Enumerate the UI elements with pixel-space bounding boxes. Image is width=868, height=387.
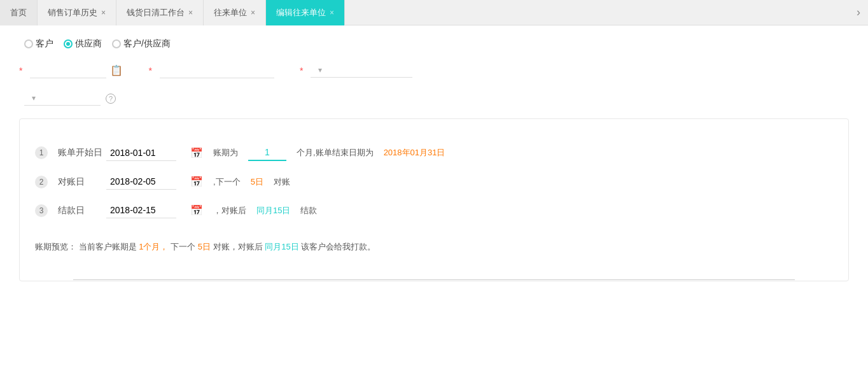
period-row-3-desc-prefix: ，对账后 bbox=[213, 205, 246, 216]
unit-code-group: * 📋 bbox=[19, 62, 123, 78]
tab-edit-partner[interactable]: 编辑往来单位× bbox=[266, 0, 345, 25]
radio-label-supplier: 供应商 bbox=[75, 38, 102, 50]
radio-both[interactable]: 客户/供应商 bbox=[112, 38, 171, 50]
unit-name-required: * bbox=[148, 66, 151, 76]
tab-close-cash-work[interactable]: × bbox=[188, 8, 193, 17]
radio-circle-customer bbox=[24, 39, 33, 48]
radio-circle-both bbox=[112, 39, 121, 48]
tab-label-partner-unit: 往来单位 bbox=[214, 7, 247, 18]
tab-partner-unit[interactable]: 往来单位× bbox=[204, 0, 266, 25]
tab-close-edit-partner[interactable]: × bbox=[330, 8, 334, 17]
period-num-3: 3 bbox=[35, 204, 48, 217]
payment-date-input[interactable] bbox=[106, 202, 176, 218]
unit-type-row: 客户 供应商 客户/供应商 bbox=[19, 38, 849, 50]
period-end-date-highlight: 2018年01月31日 bbox=[384, 147, 445, 158]
period-row-2-label: 对账日 bbox=[58, 176, 96, 188]
unit-type-radio-group: 客户 供应商 客户/供应商 bbox=[24, 38, 171, 50]
tab-close-partner-unit[interactable]: × bbox=[251, 8, 255, 17]
unit-category-chevron: ▾ bbox=[318, 66, 322, 74]
period-box: 1 账单开始日 📅 账期为 个月,账单结束日期为 2018年01月31日 2 对… bbox=[19, 118, 849, 281]
payment-condition-group: ▾ ? bbox=[19, 91, 116, 106]
payment-condition-row: ▾ ? bbox=[19, 91, 849, 106]
radio-customer[interactable]: 客户 bbox=[24, 38, 53, 50]
tab-bar: 首页销售订单历史×钱货日清工作台×往来单位×编辑往来单位×› bbox=[0, 0, 868, 25]
period-row-2: 2 对账日 📅 ,下一个 5日 对账 bbox=[35, 174, 833, 190]
tab-close-sales-history[interactable]: × bbox=[101, 8, 106, 17]
reconcile-date-input[interactable] bbox=[106, 174, 176, 190]
preview-part1: 1个月， bbox=[139, 242, 168, 251]
preview-part3: 同月15日 bbox=[265, 242, 298, 251]
reconcile-highlight: 5日 bbox=[251, 176, 263, 188]
period-row-2-desc-suffix: 对账 bbox=[274, 176, 290, 188]
payment-highlight: 同月15日 bbox=[256, 205, 290, 216]
unit-category-group: * ▾ bbox=[300, 63, 412, 78]
payment-condition-select[interactable]: ▾ bbox=[24, 91, 101, 106]
period-num-1: 1 bbox=[35, 146, 48, 159]
tab-sales-history[interactable]: 销售订单历史× bbox=[38, 0, 116, 25]
radio-circle-supplier bbox=[64, 39, 73, 48]
period-row-3-desc-suffix: 结款 bbox=[300, 205, 317, 216]
preview-part2: 5日 bbox=[198, 242, 211, 251]
period-row-1: 1 账单开始日 📅 账期为 个月,账单结束日期为 2018年01月31日 bbox=[35, 144, 833, 161]
period-row-1-desc-prefix: 账期为 bbox=[213, 147, 238, 158]
months-input[interactable] bbox=[248, 144, 286, 161]
preview-text: 账期预览： 当前客户账期是 1个月， 下一个 5日 对账，对账后 同月15日 该… bbox=[35, 241, 833, 253]
tab-label-sales-history: 销售订单历史 bbox=[48, 7, 97, 18]
preview-mid: 下一个 bbox=[171, 242, 195, 251]
preview-prefix: 当前客户账期是 bbox=[79, 242, 137, 251]
tab-home[interactable]: 首页 bbox=[0, 0, 38, 25]
unit-name-input[interactable] bbox=[160, 62, 274, 78]
page-content: 客户 供应商 客户/供应商 * 📋 * * ▾ bbox=[0, 25, 868, 387]
tab-label-edit-partner: 编辑往来单位 bbox=[276, 7, 326, 18]
period-row-1-desc-suffix: 个月,账单结束日期为 bbox=[297, 147, 374, 158]
radio-supplier[interactable]: 供应商 bbox=[64, 38, 102, 50]
tab-cash-work[interactable]: 钱货日清工作台× bbox=[116, 0, 204, 25]
period-start-date-input[interactable] bbox=[106, 145, 176, 161]
unit-category-required: * bbox=[300, 66, 303, 76]
period-row-3: 3 结款日 📅 ，对账后 同月15日 结款 bbox=[35, 202, 833, 218]
period-row-3-label: 结款日 bbox=[58, 205, 96, 216]
reconcile-cal-icon[interactable]: 📅 bbox=[190, 176, 203, 188]
unit-name-group: * bbox=[148, 62, 274, 78]
payment-cal-icon[interactable]: 📅 bbox=[190, 204, 203, 216]
tab-label-cash-work: 钱货日清工作台 bbox=[127, 7, 185, 18]
payment-condition-chevron: ▾ bbox=[32, 94, 36, 102]
help-icon[interactable]: ? bbox=[106, 94, 116, 104]
preview-label: 账期预览： bbox=[35, 242, 76, 251]
period-num-2: 2 bbox=[35, 176, 48, 188]
timeline-line bbox=[73, 279, 795, 280]
unit-type-group: 客户 供应商 客户/供应商 bbox=[19, 38, 171, 50]
period-start-cal-icon[interactable]: 📅 bbox=[190, 147, 203, 159]
unit-info-row: * 📋 * * ▾ bbox=[19, 62, 849, 78]
period-row-1-label: 账单开始日 bbox=[58, 147, 96, 158]
preview-mid2: 对账，对账后 bbox=[213, 242, 263, 251]
tab-more-button[interactable]: › bbox=[849, 6, 868, 19]
preview-section: 账期预览： 当前客户账期是 1个月， 下一个 5日 对账，对账后 同月15日 该… bbox=[35, 231, 833, 265]
radio-label-customer: 客户 bbox=[36, 38, 53, 50]
tab-label-home: 首页 bbox=[10, 7, 27, 18]
radio-label-both: 客户/供应商 bbox=[123, 38, 171, 50]
unit-category-select[interactable]: ▾ bbox=[311, 63, 412, 78]
period-row-2-desc-prefix: ,下一个 bbox=[213, 176, 241, 188]
unit-code-icon[interactable]: 📋 bbox=[110, 64, 123, 76]
preview-suffix: 该客户会给我打款。 bbox=[301, 242, 375, 251]
unit-code-required: * bbox=[19, 66, 22, 76]
unit-code-input[interactable] bbox=[30, 62, 106, 78]
